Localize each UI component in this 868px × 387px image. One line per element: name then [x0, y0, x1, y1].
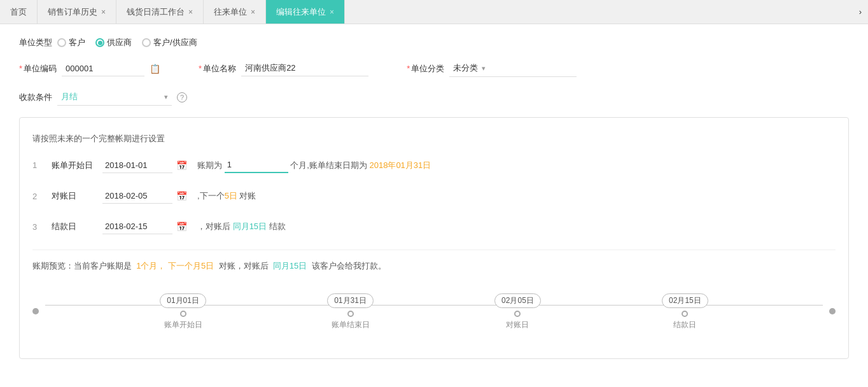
billing-period-input[interactable]: [225, 157, 288, 173]
unit-info-row: 单位编码 📋 单位名称 单位分类 未分类 ▾: [19, 60, 849, 77]
unit-type-group: 单位类型 客户 供应商 客户/供应商: [19, 37, 197, 48]
preview-text: 账期预览：当前客户账期是 1个月， 下一个月5日 对账，对账后 同月15日 该客…: [32, 260, 836, 272]
unit-name-label: 单位名称: [199, 63, 236, 74]
timeline-node-start: [32, 293, 39, 314]
preview-middle-text: 对账，对账后: [216, 261, 270, 271]
billing-row-2-suffix: 对账: [237, 190, 256, 202]
billing-row-3-prefix: ，对账后: [197, 221, 233, 232]
unit-name-group: 单位名称: [199, 61, 368, 76]
unit-type-label: 单位类型: [19, 37, 52, 48]
timeline-label-2: 账单结束日: [332, 320, 370, 330]
payment-term-value: 月结: [61, 91, 160, 102]
tab-partner-unit[interactable]: 往来单位 ×: [204, 0, 266, 24]
radio-both[interactable]: 客户/供应商: [142, 37, 197, 48]
close-tab-partner-unit[interactable]: ×: [251, 8, 255, 17]
unit-category-value: 未分类: [453, 62, 478, 74]
billing-settings-panel: 请按照未来的一个完整帐期进行设置 1 账单开始日 📅 账期为 个月,账单结束日期…: [19, 117, 849, 359]
timeline-node-3: 02月05日 对账日: [494, 293, 541, 330]
timeline-dot-end: [829, 308, 836, 314]
unit-category-label: 单位分类: [407, 63, 444, 74]
billing-row-1-label: 账单开始日: [52, 160, 102, 171]
panel-title: 请按照未来的一个完整帐期进行设置: [32, 133, 836, 144]
billing-end-date-highlight: 2018年01月31日: [369, 160, 431, 171]
radio-both-circle: [142, 38, 151, 47]
billing-start-date-input[interactable]: [102, 158, 172, 173]
tab-cash-work[interactable]: 钱货日清工作台 ×: [116, 0, 204, 24]
unit-code-calendar-icon[interactable]: 📋: [150, 64, 160, 74]
billing-row-3: 3 结款日 📅 ，对账后 同月15日 结款: [32, 219, 836, 234]
radio-supplier-label: 供应商: [107, 37, 132, 48]
radio-customer-circle: [57, 38, 66, 47]
billing-row-2-prefix: ,下一个: [197, 190, 225, 202]
reconcile-date-calendar-icon[interactable]: 📅: [176, 191, 187, 201]
billing-start-date-calendar-icon[interactable]: 📅: [176, 160, 187, 171]
reconcile-date-input[interactable]: [102, 188, 172, 204]
payment-term-group: 收款条件 月结 ▾ ?: [19, 88, 187, 106]
timeline-node-2: 01月31日 账单结束日: [327, 293, 374, 330]
timeline-dot-1: [180, 311, 186, 317]
unit-type-row: 单位类型 客户 供应商 客户/供应商: [19, 37, 849, 48]
unit-category-dropdown[interactable]: 未分类 ▾: [449, 60, 577, 77]
timeline-dot-4: [682, 311, 688, 317]
unit-name-input[interactable]: [241, 61, 368, 76]
tab-sales-order-history[interactable]: 销售订单历史 ×: [38, 0, 116, 24]
timeline-label-4: 结款日: [673, 320, 696, 330]
timeline-dot-2: [347, 311, 354, 317]
billing-row-1-date-field: 📅: [102, 158, 187, 173]
timeline-date-badge-3: 02月05日: [494, 293, 541, 308]
preview-period-highlight: 1个月，: [136, 261, 165, 271]
unit-code-label: 单位编码: [19, 63, 57, 74]
payment-date-calendar-icon[interactable]: 📅: [176, 222, 187, 232]
preview-end-text: 该客户会给我打款。: [309, 261, 386, 271]
timeline-dot-3: [514, 311, 521, 317]
payment-term-help-icon[interactable]: ?: [177, 92, 187, 102]
close-tab-cash-work[interactable]: ×: [188, 8, 193, 17]
billing-row-1-prefix: 账期为: [197, 160, 225, 171]
timeline-label-3: 对账日: [506, 320, 529, 330]
preview-section: 账期预览：当前客户账期是 1个月， 下一个月5日 对账，对账后 同月15日 该客…: [32, 250, 836, 343]
close-tab-edit-partner[interactable]: ×: [330, 8, 334, 17]
payment-term-row: 收款条件 月结 ▾ ?: [19, 88, 849, 106]
preview-label: 账期预览：当前客户账期是: [32, 261, 134, 271]
billing-row-2-num: 2: [32, 192, 52, 201]
tab-bar: 首页 销售订单历史 × 钱货日清工作台 × 往来单位 × 编辑往来单位 × ›: [0, 0, 868, 24]
billing-row-2: 2 对账日 📅 ,下一个 5日 对账: [32, 188, 836, 204]
radio-supplier-circle: [95, 38, 104, 47]
close-tab-sales-order-history[interactable]: ×: [101, 8, 106, 17]
timeline-label-1: 账单开始日: [164, 320, 202, 330]
chevron-right-icon: ›: [859, 7, 862, 17]
billing-row-1-num: 1: [32, 160, 52, 170]
main-content: 单位类型 客户 供应商 客户/供应商 单位编码 📋: [0, 24, 868, 387]
unit-code-input[interactable]: [62, 61, 144, 76]
payment-term-dropdown[interactable]: 月结 ▾: [57, 88, 172, 106]
timeline-dot-start: [32, 308, 39, 314]
unit-category-group: 单位分类 未分类 ▾: [407, 60, 577, 77]
radio-supplier[interactable]: 供应商: [95, 37, 132, 48]
category-dropdown-arrow-icon: ▾: [482, 64, 486, 73]
timeline-node-end: [829, 293, 836, 314]
tab-more-button[interactable]: ›: [853, 0, 868, 24]
preview-reconcile-highlight: 下一个月5日: [168, 261, 214, 271]
timeline-node-4: 02月15日 结款日: [662, 293, 708, 330]
billing-row-1: 1 账单开始日 📅 账期为 个月,账单结束日期为 2018年01月31日: [32, 157, 836, 173]
timeline-container: 01月01日 账单开始日 01月31日 账单结束日 02月05日 对账日: [32, 287, 836, 343]
timeline-node-1: 01月01日 账单开始日: [160, 293, 206, 330]
billing-row-3-label: 结款日: [52, 221, 102, 232]
radio-both-label: 客户/供应商: [153, 37, 197, 48]
payment-term-dropdown-arrow-icon: ▾: [164, 93, 168, 101]
radio-group-unit-type: 客户 供应商 客户/供应商: [57, 37, 197, 48]
tab-edit-partner[interactable]: 编辑往来单位 ×: [266, 0, 345, 24]
timeline-date-badge-1: 01月01日: [160, 293, 206, 308]
timeline-date-badge-2: 01月31日: [327, 293, 374, 308]
payment-date-input[interactable]: [102, 219, 172, 234]
billing-row-2-label: 对账日: [52, 190, 102, 202]
billing-row-3-num: 3: [32, 222, 52, 232]
tab-home[interactable]: 首页: [0, 0, 38, 24]
billing-row-3-suffix: 结款: [267, 221, 286, 232]
timeline-items: 01月01日 账单开始日 01月31日 账单结束日 02月05日 对账日: [32, 293, 836, 330]
payment-term-label: 收款条件: [19, 92, 52, 103]
billing-row-3-date-field: 📅: [102, 219, 187, 234]
timeline-date-badge-4: 02月15日: [662, 293, 708, 308]
radio-customer[interactable]: 客户: [57, 37, 85, 48]
unit-code-group: 单位编码 📋: [19, 61, 160, 76]
